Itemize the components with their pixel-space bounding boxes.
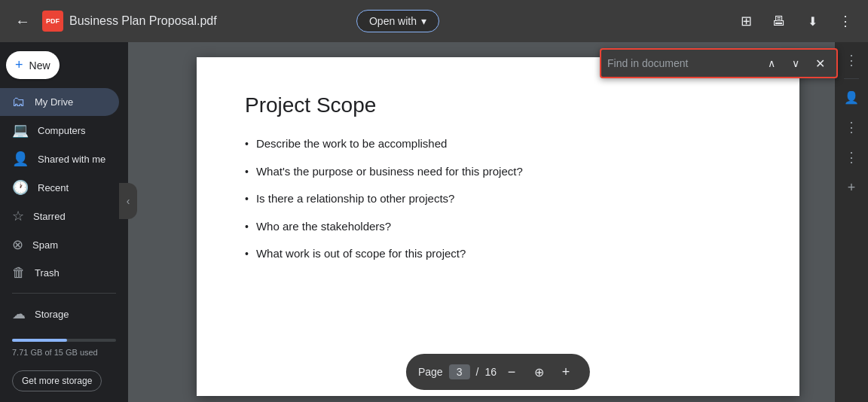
zoom-icon: ⊕ (534, 365, 544, 379)
recent-label: Recent (38, 182, 69, 193)
page-controls: Page / 16 − ⊕ + (406, 354, 590, 390)
storage-bar-fill (12, 339, 67, 342)
more-options-button[interactable]: ⋮ (832, 8, 859, 35)
total-pages: 16 (485, 366, 497, 378)
bullet-text: Who are the stakeholders? (256, 218, 391, 236)
bullet-text: What's the purpose or business need for … (256, 163, 523, 181)
list-item: Who are the stakeholders? (245, 218, 751, 236)
get-storage-label: Get more storage (22, 376, 92, 386)
bullet-text: Describe the work to be accomplished (256, 136, 447, 153)
main-area: Project Scope Describe the work to be ac… (128, 42, 868, 402)
sidebar-item-recent[interactable]: 🕐 Recent (0, 173, 119, 202)
storage-bar-bg (12, 339, 116, 342)
sidebar: + New 🗂 My Drive 💻 Computers 👤 Shared wi… (0, 42, 128, 402)
collapse-icon: ‹ (127, 195, 130, 207)
bullet-text: Is there a relationship to other project… (256, 190, 454, 208)
current-page-input[interactable] (449, 364, 470, 379)
sidebar-item-storage[interactable]: ☁ Storage (0, 300, 119, 328)
computers-label: Computers (38, 125, 86, 136)
right-strip-add-button[interactable]: + (839, 175, 863, 199)
spam-icon: ⊗ (12, 236, 23, 253)
zoom-icon-button[interactable]: ⊕ (527, 360, 551, 384)
more-icon: ⋮ (839, 13, 852, 29)
sidebar-item-trash[interactable]: 🗑 Trash (0, 259, 119, 287)
more-vert-icon-2: ⋮ (845, 119, 858, 136)
new-button-label: New (29, 59, 50, 72)
right-strip-button-4[interactable]: ⋮ (839, 145, 863, 169)
my-drive-label: My Drive (35, 96, 73, 108)
chevron-down-icon: ∨ (792, 57, 799, 69)
sidebar-item-shared-with-me[interactable]: 👤 Shared with me (0, 145, 119, 173)
download-icon: ⬇ (808, 14, 818, 29)
sidebar-divider (12, 293, 116, 294)
person-icon: 👤 (844, 90, 859, 105)
sidebar-item-spam[interactable]: ⊗ Spam (0, 230, 119, 259)
my-drive-icon: 🗂 (12, 94, 26, 110)
trash-icon: 🗑 (12, 265, 26, 281)
zoom-in-icon: + (562, 364, 570, 380)
add-drive-icon: ⊞ (741, 13, 752, 29)
close-icon: ✕ (815, 56, 825, 71)
right-strip-button-1[interactable]: ⋮ (839, 48, 863, 72)
list-item: Is there a relationship to other project… (245, 190, 751, 208)
list-item: Describe the work to be accomplished (245, 136, 751, 153)
shared-label: Shared with me (38, 154, 105, 165)
spam-label: Spam (32, 239, 58, 251)
bullet-text: What work is out of scope for this proje… (256, 245, 466, 263)
sidebar-item-starred[interactable]: ☆ Starred (0, 202, 119, 230)
sidebar-item-computers[interactable]: 💻 Computers (0, 116, 119, 145)
open-with-label: Open with (369, 15, 417, 27)
pdf-bullet-list: Describe the work to be accomplished Wha… (245, 136, 751, 263)
sidebar-item-my-drive[interactable]: 🗂 My Drive (0, 88, 119, 116)
more-vert-icon: ⋮ (845, 52, 858, 69)
shared-icon: 👤 (12, 151, 29, 167)
right-panel-strip: ⋮ 👤 ⋮ ⋮ + (835, 42, 868, 402)
pdf-icon: PDF (42, 11, 63, 32)
find-close-button[interactable]: ✕ (809, 53, 830, 74)
zoom-out-button[interactable]: − (500, 360, 524, 384)
print-icon: 🖶 (772, 14, 786, 29)
pdf-heading: Project Scope (245, 93, 751, 117)
back-icon: ← (15, 13, 30, 30)
list-item: What's the purpose or business need for … (245, 163, 751, 181)
plus-icon: + (15, 57, 23, 73)
zoom-out-icon: − (508, 364, 516, 380)
pdf-page: Project Scope Describe the work to be ac… (197, 57, 799, 396)
storage-used-text: 7.71 GB of 15 GB used (12, 348, 98, 357)
more-vert-icon-3: ⋮ (845, 149, 858, 166)
find-next-button[interactable]: ∨ (785, 53, 806, 74)
right-strip-button-3[interactable]: ⋮ (839, 115, 863, 139)
page-separator: / (476, 366, 479, 378)
storage-label: Storage (35, 309, 69, 320)
zoom-in-button[interactable]: + (554, 360, 578, 384)
chevron-up-icon: ∧ (768, 57, 775, 69)
right-strip-divider (844, 78, 859, 79)
find-prev-button[interactable]: ∧ (761, 53, 782, 74)
get-storage-button[interactable]: Get more storage (12, 370, 102, 391)
chevron-down-icon: ▾ (421, 15, 426, 27)
storage-icon: ☁ (12, 306, 26, 322)
back-button[interactable]: ← (9, 8, 36, 35)
right-strip-button-2[interactable]: 👤 (839, 85, 863, 109)
open-with-button[interactable]: Open with ▾ (356, 10, 439, 32)
storage-section: 7.71 GB of 15 GB used (0, 328, 128, 364)
trash-label: Trash (35, 267, 60, 279)
print-button[interactable]: 🖶 (766, 8, 793, 35)
starred-label: Starred (33, 211, 66, 222)
find-bar: ∧ ∨ ✕ (600, 48, 838, 78)
download-button[interactable]: ⬇ (799, 8, 826, 35)
page-label: Page (418, 366, 443, 378)
collapse-sidebar-button[interactable]: ‹ (119, 183, 137, 219)
add-to-drive-button[interactable]: ⊞ (732, 8, 760, 35)
new-button[interactable]: + New (6, 51, 60, 79)
top-bar: ← PDF Business Plan Proposal.pdf Open wi… (0, 0, 868, 42)
starred-icon: ☆ (12, 208, 24, 224)
computers-icon: 💻 (12, 122, 29, 139)
list-item: What work is out of scope for this proje… (245, 245, 751, 263)
recent-icon: 🕐 (12, 179, 29, 196)
file-title: Business Plan Proposal.pdf (69, 14, 350, 28)
find-input[interactable] (607, 57, 758, 69)
add-icon: + (848, 180, 856, 196)
